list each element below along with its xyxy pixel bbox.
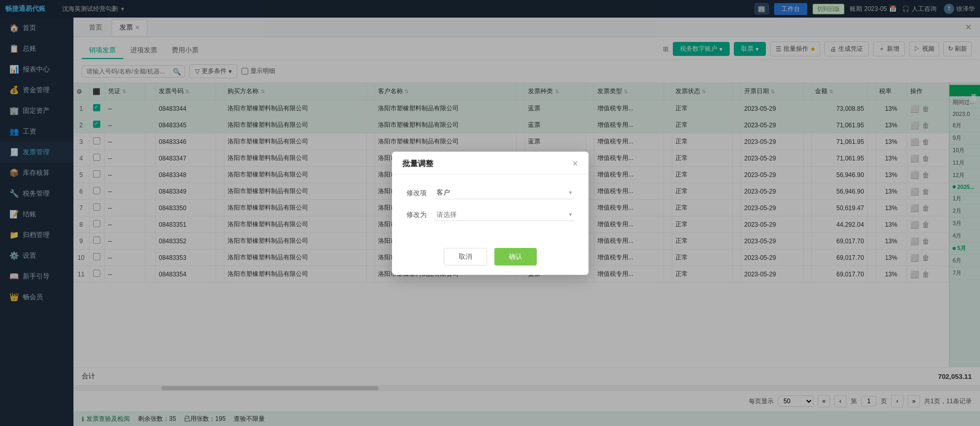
value-chevron-down-icon: ▾: [569, 211, 572, 218]
batch-adjust-modal: 批量调整 × 修改项 ▾ 修改为 ▾ 取消 确认: [392, 152, 589, 275]
modal-value-select-input[interactable]: [434, 209, 574, 221]
modal-cancel-btn[interactable]: 取消: [444, 248, 487, 266]
modal-confirm-btn[interactable]: 确认: [494, 248, 537, 266]
modal-value-label: 修改为: [406, 210, 429, 219]
modal-overlay[interactable]: 批量调整 × 修改项 ▾ 修改为 ▾ 取消 确认: [0, 0, 980, 426]
modal-value-select-wrap[interactable]: ▾: [434, 209, 574, 221]
modal-header: 批量调整 ×: [392, 152, 589, 174]
modal-footer: 取消 确认: [392, 243, 589, 275]
modal-close-btn[interactable]: ×: [572, 159, 578, 168]
modal-field-select-wrap[interactable]: ▾: [434, 187, 574, 199]
modal-field-label: 修改项: [406, 188, 429, 198]
modal-field-select-input[interactable]: [434, 187, 574, 199]
modal-title: 批量调整: [402, 159, 433, 169]
modal-body: 修改项 ▾ 修改为 ▾: [392, 174, 589, 243]
modal-value-row: 修改为 ▾: [406, 209, 574, 221]
field-chevron-down-icon: ▾: [569, 189, 572, 196]
modal-field-row: 修改项 ▾: [406, 187, 574, 199]
